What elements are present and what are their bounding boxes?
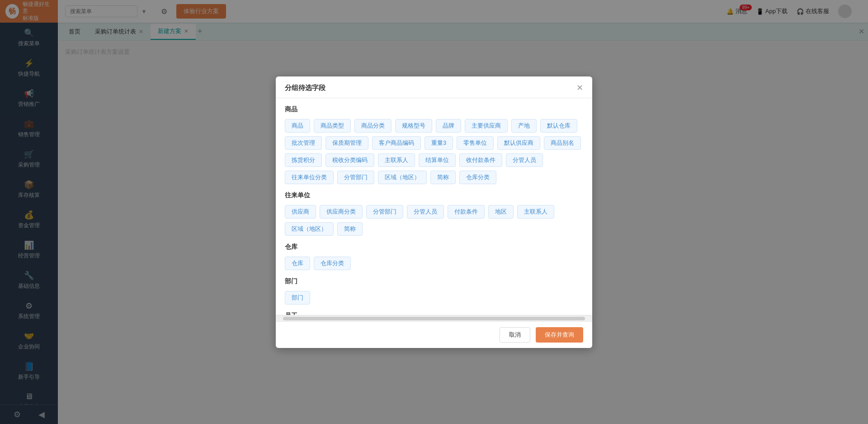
dialog-close-icon[interactable]: ✕: [576, 84, 583, 92]
field-tag-品牌[interactable]: 品牌: [436, 119, 461, 133]
field-group-warehouse: 仓库仓库分类: [285, 257, 583, 270]
field-tag-分管人员[interactable]: 分管人员: [407, 205, 444, 219]
field-tag-主要供应商[interactable]: 主要供应商: [465, 119, 508, 133]
field-tag-区域（地区）[interactable]: 区域（地区）: [285, 222, 334, 236]
section-title-warehouse: 仓库: [285, 243, 583, 251]
field-tag-仓库分类[interactable]: 仓库分类: [314, 257, 351, 270]
field-select-dialog: 分组待选字段 ✕ 商品商品商品类型商品分类规格型号品牌主要供应商产地默认仓库批次…: [276, 76, 592, 348]
field-tag-供应商[interactable]: 供应商: [285, 205, 316, 219]
field-tag-规格型号[interactable]: 规格型号: [395, 119, 432, 133]
dialog-title: 分组待选字段: [285, 84, 326, 92]
field-tag-仓库分类[interactable]: 仓库分类: [459, 171, 496, 184]
field-tag-默认仓库[interactable]: 默认仓库: [540, 119, 577, 133]
field-tag-部门[interactable]: 部门: [285, 291, 310, 305]
field-tag-拣货积分[interactable]: 拣货积分: [285, 153, 322, 167]
field-tag-简称[interactable]: 简称: [337, 222, 363, 236]
section-title-products: 商品: [285, 105, 583, 114]
field-tag-默认供应商[interactable]: 默认供应商: [497, 136, 540, 150]
field-tag-付款条件[interactable]: 付款条件: [448, 205, 485, 219]
field-tag-客户商品编码[interactable]: 客户商品编码: [372, 136, 421, 150]
field-tag-收付款条件[interactable]: 收付款条件: [459, 153, 502, 167]
section-title-department: 部门: [285, 277, 583, 286]
field-tag-结算单位[interactable]: 结算单位: [419, 153, 456, 167]
field-tag-主联系人[interactable]: 主联系人: [378, 153, 415, 167]
cancel-button[interactable]: 取消: [500, 327, 530, 343]
field-tag-税收分类编码[interactable]: 税收分类编码: [326, 153, 374, 167]
section-title-partners: 往来单位: [285, 191, 583, 200]
field-tag-产地[interactable]: 产地: [511, 119, 537, 133]
field-tag-商品分类[interactable]: 商品分类: [354, 119, 392, 133]
field-tag-简称[interactable]: 简称: [430, 171, 456, 184]
dialog-scrollbar: [276, 315, 592, 321]
field-tag-往来单位分类[interactable]: 往来单位分类: [285, 171, 334, 184]
scrollbar-thumb: [283, 317, 585, 320]
dialog-header: 分组待选字段 ✕: [276, 76, 592, 98]
section-title-employee: 员工: [285, 312, 583, 315]
field-group-products: 商品商品类型商品分类规格型号品牌主要供应商产地默认仓库批次管理保质期管理客户商品…: [285, 119, 583, 184]
confirm-button[interactable]: 保存并查询: [536, 327, 583, 343]
field-tag-商品[interactable]: 商品: [285, 119, 310, 133]
field-tag-区域（地区）[interactable]: 区域（地区）: [378, 171, 427, 184]
field-tag-分管人员[interactable]: 分管人员: [506, 153, 543, 167]
field-group-partners: 供应商供应商分类分管部门分管人员付款条件地区主联系人区域（地区）简称: [285, 205, 583, 236]
field-tag-主联系人[interactable]: 主联系人: [517, 205, 554, 219]
field-tag-商品类型[interactable]: 商品类型: [314, 119, 351, 133]
dialog-footer: 取消 保存并查询: [276, 321, 592, 348]
field-tag-供应商分类[interactable]: 供应商分类: [320, 205, 363, 219]
field-tag-批次管理[interactable]: 批次管理: [285, 136, 322, 150]
field-group-department: 部门: [285, 291, 583, 305]
field-tag-分管部门[interactable]: 分管部门: [366, 205, 403, 219]
field-tag-地区[interactable]: 地区: [488, 205, 514, 219]
field-tag-零售单位[interactable]: 零售单位: [457, 136, 494, 150]
field-tag-商品别名[interactable]: 商品别名: [544, 136, 581, 150]
dialog-overlay: 分组待选字段 ✕ 商品商品商品类型商品分类规格型号品牌主要供应商产地默认仓库批次…: [0, 0, 868, 424]
dialog-body: 商品商品商品类型商品分类规格型号品牌主要供应商产地默认仓库批次管理保质期管理客户…: [276, 98, 592, 315]
field-tag-仓库[interactable]: 仓库: [285, 257, 310, 270]
field-tag-保质期管理[interactable]: 保质期管理: [326, 136, 368, 150]
field-tag-重量3[interactable]: 重量3: [425, 136, 453, 150]
field-tag-分管部门[interactable]: 分管部门: [337, 171, 374, 184]
